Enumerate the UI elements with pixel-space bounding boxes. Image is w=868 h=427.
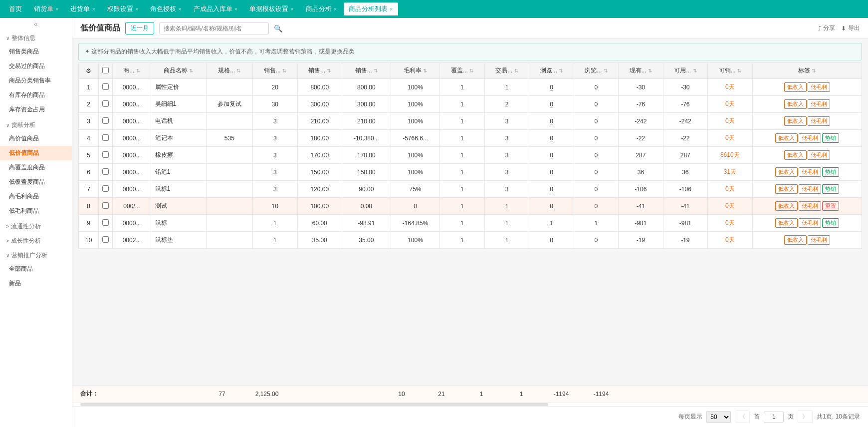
row-checkbox[interactable] — [102, 100, 109, 107]
row-browse1[interactable]: 0 — [529, 79, 574, 96]
nav-close-icon[interactable]: × — [92, 6, 95, 12]
sidebar-item-低价值商品[interactable]: 低价值商品 — [0, 146, 72, 160]
row-browse1[interactable]: 0 — [529, 198, 574, 215]
row-checkbox-cell[interactable] — [99, 130, 113, 147]
row-name[interactable]: 鼠标垫 — [151, 232, 206, 249]
sidebar-section-整体信息[interactable]: ∨整体信息 — [0, 30, 72, 44]
row-name[interactable]: 测试 — [151, 198, 206, 215]
browse-link[interactable]: 0 — [550, 203, 553, 210]
next-page-button[interactable]: 》 — [798, 411, 813, 423]
browse-link[interactable]: 0 — [550, 186, 553, 193]
row-browse1[interactable]: 0 — [529, 164, 574, 181]
row-checkbox[interactable] — [102, 236, 109, 243]
select-all-checkbox[interactable] — [102, 67, 109, 73]
sidebar-item-高覆盖度商品[interactable]: 高覆盖度商品 — [0, 160, 72, 175]
row-checkbox[interactable] — [102, 117, 109, 124]
saleable-days-col-header[interactable]: 可销... ⇅ — [708, 63, 752, 79]
first-page-button[interactable]: 《 — [735, 411, 750, 423]
time-filter-button[interactable]: 近一月 — [125, 22, 154, 34]
row-name[interactable]: 电话机 — [151, 113, 206, 130]
sidebar-item-高价值商品[interactable]: 高价值商品 — [0, 131, 72, 146]
page-number-input[interactable] — [764, 412, 784, 423]
browse-link[interactable]: 0 — [550, 169, 553, 176]
row-browse1[interactable]: 0 — [529, 113, 574, 130]
checkbox-col-header[interactable] — [99, 63, 113, 79]
nav-item-首页[interactable]: 首页 — [4, 2, 27, 15]
nav-item-单据模板设置[interactable]: 单据模板设置× — [244, 2, 298, 15]
nav-item-进货单[interactable]: 进货单× — [65, 2, 100, 15]
row-browse1[interactable]: 0 — [529, 147, 574, 164]
nav-item-角色授权[interactable]: 角色授权× — [145, 2, 186, 15]
row-browse1[interactable]: 0 — [529, 96, 574, 113]
export-button[interactable]: ⬇ 导出 — [841, 24, 860, 32]
sidebar-section-流通性分析[interactable]: >流通性分析 — [0, 218, 72, 233]
sidebar-item-低毛利商品[interactable]: 低毛利商品 — [0, 204, 72, 218]
row-name[interactable]: 属性定价 — [151, 79, 206, 96]
browse-link[interactable]: 0 — [550, 152, 553, 159]
row-browse1[interactable]: 0 — [529, 130, 574, 147]
row-checkbox[interactable] — [102, 151, 109, 158]
row-checkbox[interactable] — [102, 168, 109, 175]
name-col-header[interactable]: 商品名称 ⇅ — [151, 63, 206, 79]
data-table-container[interactable]: ⚙ 商... ⇅ 商品名称 ⇅ 规格... ⇅ 销售... ⇅ 销售... ⇅ … — [72, 62, 868, 385]
sidebar-section-营销推广分析[interactable]: ∨营销推广分析 — [0, 247, 72, 262]
nav-item-商品分析列表[interactable]: 商品分析列表× — [344, 2, 398, 15]
row-name[interactable]: 鼠标 — [151, 215, 206, 232]
sidebar-item-新品[interactable]: 新品 — [0, 276, 72, 291]
per-page-select[interactable]: 50 100 200 — [706, 411, 731, 423]
browse-link[interactable]: 0 — [550, 101, 553, 108]
row-name[interactable]: 笔记本 — [151, 130, 206, 147]
nav-close-icon[interactable]: × — [135, 6, 138, 12]
sales-qty-col-header[interactable]: 销售... ⇅ — [253, 63, 297, 79]
browse1-col-header[interactable]: 浏览... ⇅ — [529, 63, 574, 79]
row-browse1[interactable]: 0 — [529, 232, 574, 249]
nav-item-权限设置[interactable]: 权限设置× — [102, 2, 143, 15]
gross-margin-col-header[interactable]: 毛利率 ⇅ — [391, 63, 440, 79]
sidebar-section-成长性分析[interactable]: >成长性分析 — [0, 233, 72, 247]
sidebar-item-商品分类销售率[interactable]: 商品分类销售率 — [0, 73, 72, 88]
row-checkbox-cell[interactable] — [99, 79, 113, 96]
row-checkbox[interactable] — [102, 219, 109, 226]
browse-link[interactable]: 0 — [550, 135, 553, 142]
sidebar-item-交易过的商品[interactable]: 交易过的商品 — [0, 59, 72, 73]
code-col-header[interactable]: 商... ⇅ — [113, 63, 151, 79]
row-checkbox-cell[interactable] — [99, 232, 113, 249]
coverage-col-header[interactable]: 覆盖... ⇅ — [440, 63, 484, 79]
settings-col-header[interactable]: ⚙ — [79, 63, 99, 79]
nav-close-icon[interactable]: × — [334, 6, 337, 12]
nav-close-icon[interactable]: × — [290, 6, 293, 12]
sales-amount-col-header[interactable]: 销售... ⇅ — [342, 63, 391, 79]
row-checkbox-cell[interactable] — [99, 96, 113, 113]
browse-link[interactable]: 1 — [550, 220, 553, 227]
row-browse1[interactable]: 1 — [529, 215, 574, 232]
row-checkbox[interactable] — [102, 202, 109, 209]
current-stock-col-header[interactable]: 现有... ⇅ — [619, 63, 663, 79]
nav-close-icon[interactable]: × — [234, 6, 237, 12]
nav-close-icon[interactable]: × — [178, 6, 181, 12]
sidebar-item-有库存的商品[interactable]: 有库存的商品 — [0, 88, 72, 102]
row-checkbox-cell[interactable] — [99, 198, 113, 215]
nav-close-icon[interactable]: × — [390, 6, 393, 12]
browse-link[interactable]: 0 — [550, 237, 553, 244]
row-browse1[interactable]: 0 — [529, 181, 574, 198]
row-name[interactable]: 铅笔1 — [151, 164, 206, 181]
tags-col-header[interactable]: 标签 ⇅ — [752, 63, 862, 79]
available-stock-col-header[interactable]: 可用... ⇅ — [663, 63, 707, 79]
search-input[interactable] — [159, 22, 269, 34]
sidebar-item-全部商品[interactable]: 全部商品 — [0, 262, 72, 276]
browse-link[interactable]: 0 — [550, 84, 553, 91]
row-checkbox-cell[interactable] — [99, 215, 113, 232]
nav-item-销货单[interactable]: 销货单× — [29, 2, 63, 15]
spec-col-header[interactable]: 规格... ⇅ — [206, 63, 253, 79]
sales-price-col-header[interactable]: 销售... ⇅ — [297, 63, 342, 79]
nav-item-商品分析[interactable]: 商品分析× — [301, 2, 342, 15]
sidebar-item-高毛利商品[interactable]: 高毛利商品 — [0, 189, 72, 204]
row-checkbox-cell[interactable] — [99, 113, 113, 130]
transaction-col-header[interactable]: 交易... ⇅ — [484, 63, 529, 79]
sidebar-item-库存资金占用[interactable]: 库存资金占用 — [0, 102, 72, 117]
share-button[interactable]: ⤴ 分享 — [818, 24, 835, 32]
nav-close-icon[interactable]: × — [55, 6, 58, 12]
search-icon[interactable]: 🔍 — [274, 24, 282, 32]
sidebar-item-销售类商品[interactable]: 销售类商品 — [0, 44, 72, 59]
browse2-col-header[interactable]: 浏览... ⇅ — [574, 63, 618, 79]
